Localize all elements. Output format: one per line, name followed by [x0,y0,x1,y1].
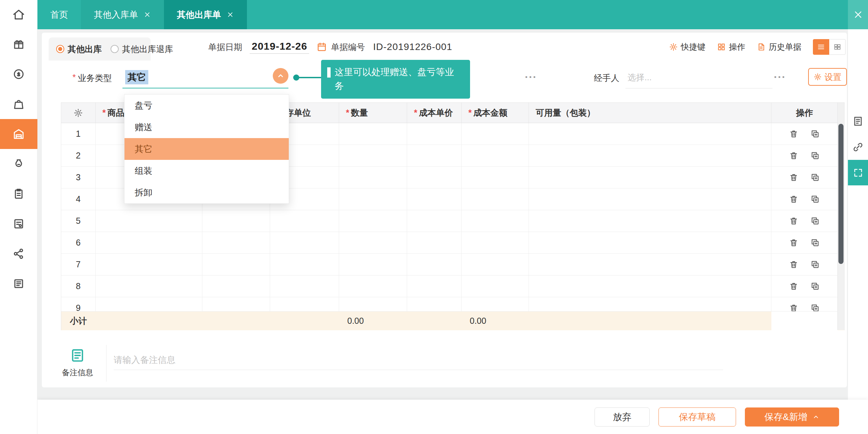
cell-cost-amount[interactable] [462,276,529,297]
cell-unit-cost[interactable] [407,297,462,311]
delete-row-button[interactable] [789,216,798,226]
cell-stock-unit[interactable] [270,297,339,311]
cell-product[interactable] [96,254,202,276]
copy-row-button[interactable] [811,260,820,269]
cell-hidden[interactable] [202,254,270,276]
cell-hidden[interactable] [202,210,270,232]
sidebar-item-purchase[interactable] [0,89,37,119]
cell-unit-cost[interactable] [407,167,462,188]
cell-available-qty[interactable] [529,297,771,311]
cell-cost-amount[interactable] [462,210,529,232]
tab-other-inbound[interactable]: 其他入库单 [81,0,164,29]
cell-hidden[interactable] [202,232,270,254]
cell-quantity[interactable] [339,167,407,188]
collapse-dropdown-button[interactable] [273,68,288,84]
cell-available-qty[interactable] [529,123,771,145]
cell-cost-amount[interactable] [462,232,529,254]
cell-quantity[interactable] [339,210,407,232]
delete-row-button[interactable] [789,195,798,204]
cancel-button[interactable]: 放弃 [595,407,650,427]
column-settings-header[interactable] [61,103,96,123]
save-draft-button[interactable]: 保存草稿 [658,407,736,427]
business-type-input[interactable]: 其它 [122,67,288,88]
cell-cost-amount[interactable] [462,188,529,210]
tab-home[interactable]: 首页 [37,0,81,29]
copy-row-button[interactable] [811,151,820,160]
cell-cost-amount[interactable] [462,297,529,311]
sidebar-item-orders[interactable] [0,179,37,209]
cell-stock-unit[interactable] [270,276,339,297]
remark-input[interactable]: 请输入备注信息 [114,350,723,370]
cell-unit-cost[interactable] [407,188,462,210]
expand-panel-button[interactable] [848,160,868,185]
cell-unit-cost[interactable] [407,210,462,232]
cell-available-qty[interactable] [529,210,771,232]
home-corner-button[interactable] [0,0,37,29]
copy-row-button[interactable] [811,195,820,204]
handler-select-input[interactable]: 选择... [625,67,772,88]
copy-row-button[interactable] [811,303,820,311]
dropdown-item-other[interactable]: 其它 [124,138,289,160]
cell-quantity[interactable] [339,123,407,145]
doc-date-value[interactable]: 2019-12-26 [250,40,309,54]
cell-quantity[interactable] [339,297,407,311]
cell-product[interactable] [96,232,202,254]
operations-button[interactable]: 操作 [717,41,745,52]
business-type-more-button[interactable]: ... [525,68,537,81]
dropdown-item-inventory-loss[interactable]: 盘亏 [124,95,289,116]
sidebar-item-reports[interactable] [0,209,37,239]
cell-hidden[interactable] [202,297,270,311]
cell-cost-amount[interactable] [462,145,529,167]
copy-row-button[interactable] [811,129,820,138]
table-scrollbar-thumb[interactable] [838,124,844,264]
tab-other-outbound[interactable]: 其他出库单 [164,0,247,29]
cell-available-qty[interactable] [529,276,771,297]
shortcut-keys-button[interactable]: 快捷键 [669,41,705,52]
dropdown-item-assembly[interactable]: 组装 [124,160,289,182]
delete-row-button[interactable] [789,173,798,182]
dropdown-item-disassembly[interactable]: 拆卸 [124,182,289,203]
delete-row-button[interactable] [789,260,798,269]
copy-row-button[interactable] [811,282,820,291]
link-icon[interactable] [852,141,864,153]
delete-row-button[interactable] [789,282,798,291]
sidebar-item-news[interactable] [0,269,37,299]
cell-cost-amount[interactable] [462,167,529,188]
note-icon[interactable] [852,116,864,127]
handler-more-button[interactable]: ... [774,68,786,81]
tab-close-icon[interactable] [227,11,234,18]
cell-quantity[interactable] [339,145,407,167]
cell-product[interactable] [96,297,202,311]
card-view-toggle[interactable] [829,39,846,55]
tab-close-icon[interactable] [144,11,151,18]
window-close-button[interactable] [848,0,868,29]
sidebar-item-money[interactable] [0,59,37,89]
cell-unit-cost[interactable] [407,254,462,276]
delete-row-button[interactable] [789,238,798,247]
sidebar-item-gift[interactable] [0,29,37,59]
radio-other-outbound[interactable]: 其他出库 [56,44,102,55]
cell-available-qty[interactable] [529,145,771,167]
cell-stock-unit[interactable] [270,254,339,276]
cell-available-qty[interactable] [529,167,771,188]
cell-quantity[interactable] [339,188,407,210]
cell-cost-amount[interactable] [462,254,529,276]
cell-product[interactable] [96,210,202,232]
delete-row-button[interactable] [789,303,798,311]
cell-stock-unit[interactable] [270,210,339,232]
cell-quantity[interactable] [339,254,407,276]
cell-cost-amount[interactable] [462,123,529,145]
cell-hidden[interactable] [202,276,270,297]
cell-product[interactable] [96,276,202,297]
cell-available-qty[interactable] [529,254,771,276]
settings-button[interactable]: 设置 [808,68,847,86]
cell-unit-cost[interactable] [407,123,462,145]
cell-available-qty[interactable] [529,188,771,210]
dropdown-item-gift[interactable]: 赠送 [124,116,289,138]
cell-unit-cost[interactable] [407,276,462,297]
history-docs-button[interactable]: 历史单据 [757,41,801,52]
list-view-toggle[interactable] [813,39,829,55]
cell-available-qty[interactable] [529,232,771,254]
cell-quantity[interactable] [339,276,407,297]
sidebar-item-warehouse[interactable] [0,119,37,149]
